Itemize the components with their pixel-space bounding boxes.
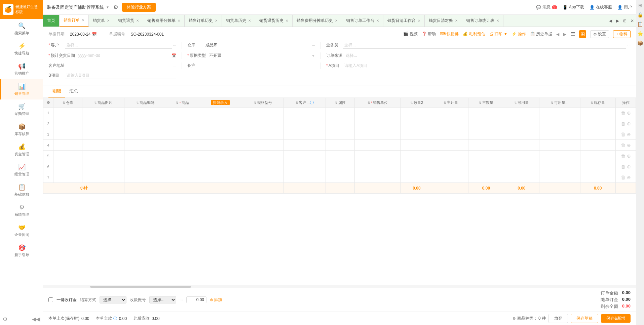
tab-close-11[interactable]: ✕ xyxy=(455,19,458,23)
scan-btn[interactable]: 扫码录入 xyxy=(211,100,230,105)
sort-stock[interactable]: ⇅ xyxy=(591,101,593,105)
tab-close-7[interactable]: ✕ xyxy=(286,19,288,23)
nav-prev-btn[interactable]: ◀ xyxy=(556,32,559,37)
sort-mqty[interactable]: ⇅ xyxy=(479,101,482,105)
sidebar-item-5[interactable]: 📦库存核算 xyxy=(0,120,43,140)
sort-product[interactable]: ⇅ xyxy=(176,101,179,105)
sort-attr[interactable]: ⇅ xyxy=(335,101,338,105)
nav-next-btn[interactable]: ▶ xyxy=(563,32,566,37)
tab-detail[interactable]: 明细 xyxy=(48,85,65,97)
discard-button[interactable]: 放弃 xyxy=(548,314,568,323)
payment-method-select[interactable]: 选择... xyxy=(100,296,126,303)
tab-item-1[interactable]: 销售订单✕ xyxy=(60,15,89,27)
address-input[interactable] xyxy=(67,62,172,69)
online-service-item[interactable]: 👤 在线客服 xyxy=(590,4,612,10)
tab-close-5[interactable]: ✕ xyxy=(215,19,218,23)
save-new-button[interactable]: 保存&新增 xyxy=(601,314,631,323)
tab-next-btn[interactable]: ▶ xyxy=(614,15,621,27)
sidebar-item-6[interactable]: 💰资金管理 xyxy=(0,140,43,160)
grid-icon[interactable]: ☰ xyxy=(570,31,575,37)
tab-close-all-btn[interactable]: ✕ xyxy=(629,15,636,27)
tab-item-7[interactable]: 销货退货历史✕ xyxy=(255,15,293,27)
right-panel-icon-3[interactable]: 📋 xyxy=(637,22,643,27)
delete-icon-5[interactable]: 🗑 xyxy=(621,153,626,159)
right-panel-icon-2[interactable]: 🔒 xyxy=(637,12,643,17)
tab-close-12[interactable]: ✕ xyxy=(496,19,499,23)
print-btn[interactable]: 🖨 打印 ▼ xyxy=(489,31,508,37)
tab-more-btn[interactable]: ⊞ xyxy=(621,15,629,27)
add-material-button[interactable]: + 物料 xyxy=(613,30,631,38)
info-icon[interactable]: ⓘ xyxy=(310,100,314,105)
sort-qty2[interactable]: ⇅ xyxy=(410,101,413,105)
copy-icon-1[interactable]: ⊕ xyxy=(627,110,631,116)
account-select[interactable]: 选择... xyxy=(149,296,176,303)
collapse-icon[interactable]: ◀◀ xyxy=(32,316,40,322)
sidebar-item-3[interactable]: 📊销售管理 xyxy=(0,79,43,99)
tab-item-5[interactable]: 销售订单历史✕ xyxy=(185,15,222,27)
sidebar-item-11[interactable]: 🎯新手引导 xyxy=(0,241,43,261)
tab-close-2[interactable]: ✕ xyxy=(107,19,110,23)
customer-expand-icon[interactable]: ··· xyxy=(173,43,176,47)
add-payment-button[interactable]: ⊕ 添加 xyxy=(210,297,222,303)
sidebar-item-7[interactable]: 📈经营管理 xyxy=(0,160,43,180)
delete-icon-7[interactable]: 🗑 xyxy=(621,175,626,180)
tab-item-0[interactable]: 首页 xyxy=(43,15,60,27)
app-download-item[interactable]: 📱 App下载 xyxy=(563,4,584,10)
delivery-date-calendar-icon[interactable]: 📅 xyxy=(172,53,176,58)
system-dropdown-icon[interactable]: ▼ xyxy=(106,5,109,9)
tab-prev-btn[interactable]: ◀ xyxy=(607,15,614,27)
delete-icon-1[interactable]: 🗑 xyxy=(621,110,626,116)
order-source-input[interactable] xyxy=(344,52,631,59)
delivery-date-input[interactable] xyxy=(77,52,170,59)
copy-icon-3[interactable]: ⊕ xyxy=(627,132,631,137)
a-project-input[interactable] xyxy=(343,62,631,69)
history-btn[interactable]: 📋 历史单据 xyxy=(530,31,552,37)
sidebar-item-0[interactable]: 🔍搜索菜单 xyxy=(0,19,43,39)
sidebar-item-1[interactable]: ⚡快捷导航 xyxy=(0,39,43,59)
sidebar-item-2[interactable]: 📢营销推广 xyxy=(0,59,43,79)
invoice-dropdown-icon[interactable]: ▼ xyxy=(311,54,315,58)
delete-icon-3[interactable]: 🗑 xyxy=(621,132,626,137)
tab-close-1[interactable]: ✕ xyxy=(82,18,84,22)
tab-item-6[interactable]: 销货单历史✕ xyxy=(222,15,255,27)
calendar-icon[interactable]: 📅 xyxy=(92,32,97,37)
message-item[interactable]: 💬 消息 9 xyxy=(536,4,557,10)
save-draft-button[interactable]: 保存草稿 xyxy=(571,314,598,323)
video-btn[interactable]: 🎬 视频 xyxy=(403,31,417,37)
tab-item-10[interactable]: 钱货日清工作台✕ xyxy=(383,15,425,27)
b-project-input[interactable] xyxy=(65,72,176,79)
sort-unit[interactable]: ⇅ xyxy=(368,101,370,105)
sidebar-item-8[interactable]: 📋基础信息 xyxy=(0,180,43,200)
remarks-input[interactable] xyxy=(204,62,315,69)
right-panel-icon-4[interactable]: ⭐ xyxy=(637,31,643,36)
tab-close-8[interactable]: ✕ xyxy=(335,19,338,23)
sort-code[interactable]: ⇅ xyxy=(136,101,139,105)
sidebar-item-10[interactable]: 🤝企业协同 xyxy=(0,220,43,241)
sort-ccode[interactable]: ⇅ xyxy=(296,101,298,105)
tab-item-9[interactable]: 销售订单工作台✕ xyxy=(342,15,383,27)
tab-item-12[interactable]: 销售订单统计表✕ xyxy=(462,15,503,27)
tab-close-10[interactable]: ✕ xyxy=(418,19,420,23)
delete-icon-2[interactable]: 🗑 xyxy=(621,121,626,126)
set-button[interactable]: ⚙ 设置 xyxy=(590,30,609,38)
tab-close-4[interactable]: ✕ xyxy=(178,19,180,23)
tab-item-4[interactable]: 销售费用分摊单✕ xyxy=(143,15,185,27)
scrollbar-thumb[interactable] xyxy=(90,286,191,288)
right-panel-icon-5[interactable]: 📦 xyxy=(637,40,643,46)
right-panel-icon-1[interactable]: ⊞ xyxy=(638,3,642,8)
tab-item-2[interactable]: 销货单✕ xyxy=(89,15,114,27)
copy-icon-7[interactable]: ⊕ xyxy=(627,175,631,180)
copy-icon-4[interactable]: ⊕ xyxy=(627,143,631,148)
warehouse-expand-icon[interactable]: ··· xyxy=(312,43,315,47)
salesperson-input[interactable] xyxy=(343,42,626,49)
tab-close-3[interactable]: ✕ xyxy=(136,19,139,23)
address-expand-icon[interactable]: ··· xyxy=(173,64,176,68)
tab-item-3[interactable]: 销货退货✕ xyxy=(114,15,143,27)
copy-icon-5[interactable]: ⊕ xyxy=(627,153,631,159)
shortcut-btn[interactable]: ⌨ 快捷键 xyxy=(440,31,459,37)
sort-warehouse[interactable]: ⇅ xyxy=(63,101,65,105)
delete-icon-6[interactable]: 🗑 xyxy=(621,164,626,169)
sort-aqty[interactable]: ⇅ xyxy=(514,101,517,105)
debt-info-icon[interactable]: ⓘ xyxy=(113,316,117,320)
tab-close-9[interactable]: ✕ xyxy=(376,19,379,23)
